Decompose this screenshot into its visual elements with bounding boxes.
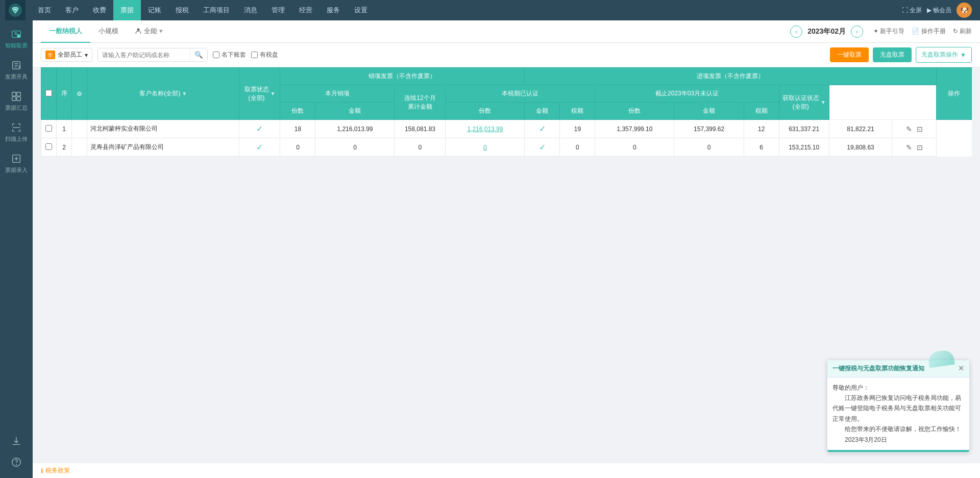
th-settings[interactable]: ⚙ — [72, 68, 87, 120]
notification-title: 一键报税与无盘取票功能恢复通知 — [832, 364, 924, 373]
row2-edit-icon[interactable]: ✎ — [906, 143, 912, 152]
sidebar-item-help[interactable] — [1, 452, 32, 472]
th-uncert-count: 份数 — [595, 103, 674, 120]
avatar[interactable]: 🐶 — [957, 3, 972, 18]
row1-customer: 河北柯蒙枰实业有限公司 — [87, 120, 239, 138]
sidebar-item-download[interactable] — [1, 431, 32, 450]
current-date: 2023年02月 — [807, 27, 846, 36]
table-row: 2 灵寿县尚泽矿产品有限公司 ✓ 0 0 0 0 ✓ 0 0 0 6 153,2… — [41, 138, 972, 157]
bottom-bar: ℹ 税务政策 — [33, 463, 980, 478]
tab-bar: 一般纳税人 小规模 全能 ▾ ‹ 2023年02月 › ✦ 新手引导 📄 操作手… — [33, 20, 980, 43]
nav-operation[interactable]: 经营 — [292, 0, 320, 20]
row1-view-icon[interactable]: ⊡ — [917, 125, 923, 133]
row1-status: ✓ — [239, 120, 280, 138]
nav-message[interactable]: 消息 — [237, 0, 264, 20]
no-disk-ticket-btn[interactable]: 无盘取票 — [873, 47, 912, 62]
sidebar-item-summary[interactable]: 票据汇总 — [1, 87, 32, 116]
tax-disk-checkbox[interactable] — [251, 52, 258, 58]
prev-month-btn[interactable]: ‹ — [790, 26, 802, 38]
select-all-checkbox[interactable] — [45, 90, 52, 96]
checkbox-tax-disk[interactable]: 有税盘 — [251, 51, 278, 59]
toolbar: 全 全部员工 ▾ 🔍 名下账套 有税盘 一键取票 无盘取票 无盘取票操作 — [33, 43, 980, 67]
th-status[interactable]: 取票状态(全部) ▼ — [239, 68, 280, 120]
row1-in-amount: 1,357,999.10 — [595, 120, 674, 138]
sidebar-item-scan[interactable]: 扫描上传 — [1, 118, 32, 147]
nav-management[interactable]: 管理 — [264, 0, 292, 20]
fullscreen-icon: ⛶ — [902, 7, 908, 14]
notification-close-btn[interactable]: ✕ — [958, 364, 964, 372]
nav-customer[interactable]: 客户 — [58, 0, 86, 20]
nav-invoice[interactable]: 票据 — [113, 0, 141, 20]
th-cert-status[interactable]: 获取认证状态(全部) ▼ — [779, 85, 829, 120]
table-body: 1 河北柯蒙枰实业有限公司 ✓ 18 1,216,013.99 158,081.… — [41, 120, 972, 157]
nav-bookkeeping[interactable]: 记账 — [141, 0, 168, 20]
new-guide-btn[interactable]: ✦ 新手引导 — [873, 27, 904, 36]
search-button[interactable]: 🔍 — [190, 48, 207, 61]
notification-footer-bar — [827, 450, 969, 452]
sidebar-item-entry[interactable]: 票据录入 — [1, 149, 32, 178]
info-icon: ℹ — [41, 467, 43, 474]
cert-filter-icon: ▼ — [821, 99, 826, 105]
row1-action: ✎ ⊡ — [892, 120, 936, 138]
row2-checkbox[interactable] — [41, 138, 57, 157]
tab-general-taxpayer[interactable]: 一般纳税人 — [41, 20, 90, 43]
sidebar-item-open-invoice[interactable]: 发票开具 — [1, 56, 32, 85]
checkbox-accounts[interactable]: 名下账套 — [213, 51, 246, 59]
nav-fee[interactable]: 收费 — [86, 0, 113, 20]
th-checkbox[interactable] — [41, 68, 57, 120]
row2-sale-amount: 0 — [315, 138, 395, 157]
top-nav-right: ⛶ 全屏 ▶ 畅会员 🐶 — [902, 3, 980, 18]
employee-select[interactable]: 全 全部员工 ▾ — [41, 48, 92, 62]
next-month-btn[interactable]: › — [851, 26, 863, 38]
sidebar-item-smart-ticket[interactable]: 智能取票 — [1, 24, 32, 54]
member-btn[interactable]: ▶ 畅会员 — [927, 6, 951, 15]
svg-point-11 — [16, 464, 17, 465]
accounts-checkbox[interactable] — [213, 52, 219, 58]
th-input-group: 进项发票（不含作废票） — [525, 68, 936, 85]
nav-tax[interactable]: 报税 — [168, 0, 196, 20]
row2-cert-status: ✓ — [525, 138, 560, 157]
sidebar-label-scan: 扫描上传 — [5, 135, 28, 143]
tab-small-scale[interactable]: 小规模 — [90, 20, 127, 43]
row2-uncert-amount: 153,215.10 — [779, 138, 829, 157]
svg-rect-5 — [17, 92, 20, 96]
nav-home[interactable]: 首页 — [31, 0, 58, 20]
no-disk-ops-btn[interactable]: 无盘取票操作 ▼ — [916, 47, 972, 63]
th-index: 序 — [57, 68, 72, 120]
th-customer[interactable]: 客户名称(全部) ▼ — [87, 68, 239, 120]
row2-sale-count: 0 — [280, 138, 315, 157]
row2-sale-tax: 0 — [395, 138, 446, 157]
one-click-ticket-btn[interactable]: 一键取票 — [830, 47, 869, 62]
row2-action: ✎ ⊡ — [892, 138, 936, 157]
logo[interactable] — [5, 0, 26, 20]
svg-rect-6 — [12, 97, 16, 100]
row2-cumulative[interactable]: 0 — [446, 138, 525, 157]
nav-service[interactable]: 服务 — [320, 0, 347, 20]
nav-items: 首页 客户 收费 票据 记账 报税 工商项目 消息 管理 经营 服务 设置 — [26, 0, 902, 20]
row1-status-icon: ✓ — [256, 124, 263, 133]
th-monthly-sales: 本月销项 — [280, 85, 395, 103]
row1-cumulative[interactable]: 1,216,013.99 — [446, 120, 525, 138]
top-nav: 首页 客户 收费 票据 记账 报税 工商项目 消息 管理 经营 服务 设置 ⛶ … — [0, 0, 980, 20]
tax-policy-link[interactable]: ℹ 税务政策 — [41, 466, 70, 475]
row1-checkbox[interactable] — [41, 120, 57, 138]
table-group-header-row: 序 ⚙ 客户名称(全部) ▼ 取票状态(全部) ▼ — [41, 68, 972, 85]
refresh-btn[interactable]: ↻ 刷新 — [953, 27, 972, 36]
tab-actions: ✦ 新手引导 📄 操作手册 ↻ 刷新 — [873, 27, 972, 36]
dropdown-chevron-icon: ▼ — [960, 52, 966, 59]
row2-view-icon[interactable]: ⊡ — [917, 143, 923, 152]
fullscreen-btn[interactable]: ⛶ 全屏 — [902, 6, 922, 15]
row1-edit-icon[interactable]: ✎ — [906, 125, 912, 133]
tab-all-dropdown[interactable]: ▾ — [159, 27, 163, 35]
sidebar-label-entry: 票据录入 — [5, 166, 28, 174]
th-action: 操作 — [936, 68, 971, 120]
th-sales-group: 销项发票（不含作废票） — [280, 68, 525, 85]
manual-btn[interactable]: 📄 操作手册 — [912, 27, 945, 36]
nav-settings[interactable]: 设置 — [347, 0, 375, 20]
search-input[interactable] — [98, 49, 190, 61]
tab-all[interactable]: 全能 ▾ — [127, 20, 171, 43]
nav-business[interactable]: 工商项目 — [196, 0, 237, 20]
th-uncert-tax: 税额 — [744, 103, 779, 120]
th-sale-amount: 金额 — [315, 103, 395, 120]
row1-cert-status: ✓ — [525, 120, 560, 138]
